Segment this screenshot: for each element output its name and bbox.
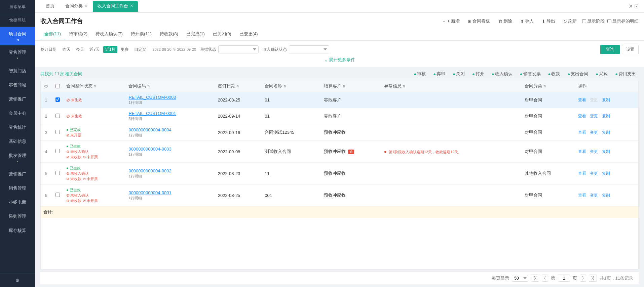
- op-close-button[interactable]: ● 关闭: [450, 70, 467, 78]
- change-link[interactable]: 变更: [590, 97, 598, 103]
- next-page-button[interactable]: ⟩: [580, 275, 586, 282]
- page-number-input[interactable]: [558, 275, 570, 282]
- tab-contract-category[interactable]: 合同分类 ✕: [60, 0, 93, 12]
- new-button[interactable]: ＋ + 新增: [439, 17, 462, 26]
- date-opt-more[interactable]: 更多: [119, 46, 131, 53]
- filter-tab-all[interactable]: 全部(11): [40, 28, 65, 40]
- op-purchase-button[interactable]: ● 采购: [593, 70, 610, 78]
- view-link[interactable]: 查看: [578, 193, 586, 198]
- sidebar-item-xiaochangec[interactable]: 小畅电商: [0, 195, 35, 209]
- delete-button[interactable]: 🗑 删除: [495, 17, 515, 26]
- show-stage-input[interactable]: [582, 19, 586, 23]
- tab-home[interactable]: 首页: [40, 0, 60, 12]
- sidebar-item-member[interactable]: 会员中心: [0, 106, 35, 120]
- sidebar-item-retail-stats[interactable]: 零售统计: [0, 120, 35, 134]
- contract-code-link[interactable]: 0000000000004-0003: [128, 147, 171, 152]
- copy-link[interactable]: 复制: [602, 130, 610, 135]
- query-button[interactable]: 查询: [600, 45, 620, 54]
- sidebar-item-inventory[interactable]: 库存核算: [0, 223, 35, 238]
- op-sales-invoice-button[interactable]: ● 销售发票: [517, 70, 543, 78]
- filter-tab-changed[interactable]: 已变更(4): [235, 28, 262, 40]
- contract-code-link[interactable]: 0000000000004-0001: [128, 190, 171, 195]
- select-all-checkbox[interactable]: [55, 84, 60, 88]
- show-stage-checkbox[interactable]: 显示阶段: [582, 18, 605, 24]
- op-review-button[interactable]: ● 审核: [411, 70, 428, 78]
- copy-link[interactable]: 复制: [602, 193, 610, 198]
- doc-status-select[interactable]: [218, 45, 259, 53]
- first-page-button[interactable]: ⟨⟨: [531, 275, 539, 282]
- sidebar-item-retail-mall[interactable]: 零售商城: [0, 78, 35, 92]
- refresh-button[interactable]: ↻ 刷新: [561, 17, 579, 26]
- prev-page-button[interactable]: ⟨: [542, 275, 548, 282]
- contract-board-button[interactable]: ⊞ 合同看板: [465, 17, 493, 26]
- date-opt-last7[interactable]: 近7天: [87, 46, 102, 53]
- row-checkbox[interactable]: [55, 149, 60, 153]
- settings-button[interactable]: 设置: [622, 45, 639, 54]
- filter-tab-completed[interactable]: 已完成(1): [182, 28, 209, 40]
- date-opt-today[interactable]: 今天: [74, 46, 86, 53]
- show-detail-input[interactable]: [607, 19, 611, 23]
- copy-link[interactable]: 复制: [602, 171, 610, 176]
- sidebar-item-marketing2[interactable]: 营销推广: [0, 167, 35, 181]
- contract-code-link[interactable]: RETAIL_CUSTOM-0003: [128, 95, 176, 100]
- row-checkbox[interactable]: [55, 130, 60, 134]
- view-link[interactable]: 查看: [578, 113, 586, 119]
- sidebar-quick-nav[interactable]: 快捷导航: [0, 14, 35, 27]
- view-link[interactable]: 查看: [578, 130, 586, 135]
- date-opt-custom[interactable]: 自定义: [132, 46, 148, 53]
- sidebar-item-sales[interactable]: 销售管理: [0, 181, 35, 195]
- import-button[interactable]: ⬆ 导入: [518, 17, 536, 26]
- column-settings-icon[interactable]: ⚙: [44, 84, 48, 89]
- view-link[interactable]: 查看: [578, 171, 586, 176]
- window-expand-icon[interactable]: ⊡: [634, 3, 639, 9]
- income-confirm-select[interactable]: [289, 45, 329, 53]
- change-link[interactable]: 变更: [590, 171, 598, 176]
- change-link[interactable]: 变更: [590, 149, 598, 155]
- row-checkbox[interactable]: [55, 97, 60, 102]
- view-link[interactable]: 查看: [578, 97, 586, 103]
- show-detail-checkbox[interactable]: 显示标的明细: [607, 18, 639, 24]
- window-close-icon[interactable]: ✕: [629, 3, 633, 9]
- sidebar-item-basic-info[interactable]: 基础信息: [0, 134, 35, 149]
- date-opt-yesterday[interactable]: 昨天: [61, 46, 73, 53]
- filter-tab-pending-income-confirm[interactable]: 待收入确认(7): [91, 28, 127, 40]
- sidebar-item-project[interactable]: 项目合同 ◀: [0, 27, 35, 45]
- row-checkbox[interactable]: [55, 114, 60, 118]
- view-link[interactable]: 查看: [578, 149, 586, 155]
- op-pay-contract-button[interactable]: ● 支出合同: [565, 70, 591, 78]
- op-print-button[interactable]: ● 打开: [469, 70, 487, 78]
- contract-code-link[interactable]: 0000000000004-0004: [128, 127, 171, 132]
- filter-tab-pending-collection[interactable]: 待收款(8): [156, 28, 182, 40]
- op-income-confirm-button[interactable]: ● 收入确认: [489, 70, 515, 78]
- copy-link[interactable]: 复制: [602, 97, 610, 103]
- tab-income-contract[interactable]: 收入合同工作台 ✕: [93, 1, 138, 12]
- sidebar-item-smart-store[interactable]: 智慧门店: [0, 64, 35, 78]
- filter-tab-closed[interactable]: 已关闭(0): [209, 28, 235, 40]
- op-fee-out-button[interactable]: ● 费用支出: [612, 70, 639, 78]
- sidebar-item-wholesale[interactable]: 批发管理 ▲: [0, 149, 35, 167]
- page-size-select[interactable]: 50 10 20 100: [512, 275, 528, 282]
- filter-tab-pending-invoice[interactable]: 待开票(11): [127, 28, 156, 40]
- contract-code-link[interactable]: RETAIL_CUSTOM-0001: [128, 111, 176, 116]
- sidebar-item-purchase[interactable]: 采购管理: [0, 209, 35, 223]
- sidebar-item-marketing[interactable]: 营销推广: [0, 92, 35, 106]
- sidebar-settings-icon[interactable]: ⚙: [0, 274, 35, 287]
- tab-close-income-contract[interactable]: ✕: [130, 4, 133, 8]
- change-link[interactable]: 变更: [590, 193, 598, 198]
- export-button[interactable]: ⬇ 导出: [539, 17, 558, 26]
- sidebar-search[interactable]: 搜索菜单: [0, 0, 35, 14]
- filter-tab-pending-review[interactable]: 待审核(2): [65, 28, 91, 40]
- date-opt-last1month[interactable]: 近1月: [103, 46, 118, 53]
- expand-conditions-button[interactable]: ⌄ 展开更多条件: [324, 57, 355, 63]
- op-abandon-button[interactable]: ● 弃审: [430, 70, 448, 78]
- copy-link[interactable]: 复制: [602, 113, 610, 119]
- change-link[interactable]: 变更: [590, 130, 598, 135]
- row-checkbox[interactable]: [55, 171, 60, 175]
- contract-code-link[interactable]: 0000000000004-0002: [128, 168, 171, 173]
- op-collection-button[interactable]: ● 收款: [545, 70, 563, 78]
- row-checkbox[interactable]: [55, 193, 60, 197]
- change-link[interactable]: 变更: [590, 113, 598, 119]
- tab-close-contract-category[interactable]: ✕: [84, 4, 87, 8]
- sidebar-item-retail[interactable]: 零售管理 ▲: [0, 45, 35, 64]
- last-page-button[interactable]: ⟩⟩: [589, 275, 597, 282]
